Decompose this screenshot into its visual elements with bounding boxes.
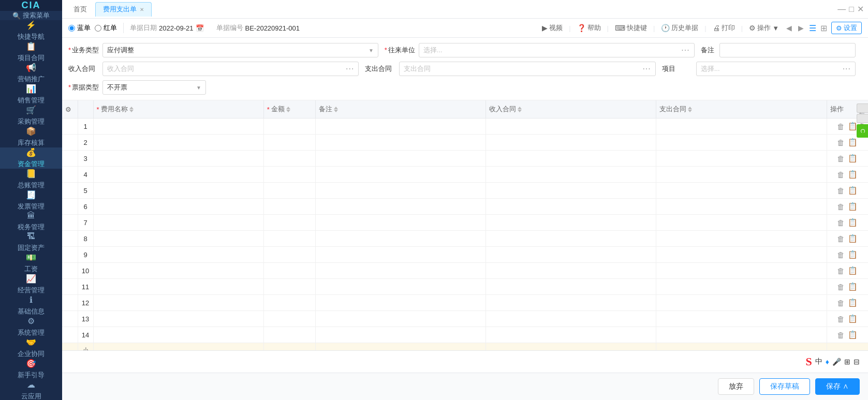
radio-blue-label[interactable]: 蓝单 xyxy=(68,23,91,33)
delete-icon[interactable]: 🗑 xyxy=(837,218,845,227)
more-button[interactable]: ⚙ 操作 ▼ xyxy=(747,22,781,34)
radio-red[interactable] xyxy=(95,25,101,32)
grid-icon-1[interactable]: ⊞ xyxy=(844,358,850,366)
amount-cell[interactable] xyxy=(263,151,315,167)
expense-name-cell[interactable] xyxy=(93,135,263,151)
save-draft-button[interactable]: 保存草稿 xyxy=(759,378,810,395)
table-row[interactable]: 13 🗑 📋 xyxy=(62,311,868,327)
expense-name-cell[interactable] xyxy=(93,327,263,343)
note-cell[interactable] xyxy=(315,151,486,167)
delete-icon[interactable]: 🗑 xyxy=(837,186,845,195)
sort-income-contract[interactable] xyxy=(518,107,522,112)
income-contract-cell[interactable] xyxy=(486,279,656,295)
sidebar-item-project-contract[interactable]: 📋 项目合同 xyxy=(0,41,62,63)
expense-contract-cell[interactable] xyxy=(656,247,827,263)
float-tab-green[interactable]: C xyxy=(857,124,868,138)
expense-contract-cell[interactable] xyxy=(656,231,827,247)
income-contract-cell[interactable] xyxy=(486,263,656,279)
minimize-button[interactable]: — xyxy=(837,5,846,14)
copy-icon[interactable]: 📋 xyxy=(848,330,858,339)
abandon-button[interactable]: 放弃 xyxy=(718,378,754,395)
expense-contract-cell[interactable] xyxy=(656,311,827,327)
delete-icon[interactable]: 🗑 xyxy=(837,122,845,131)
sidebar-item-tax[interactable]: 🏛 税务管理 xyxy=(0,211,62,232)
sidebar-item-purchase[interactable]: 🛒 采购管理 xyxy=(0,105,62,126)
expense-name-cell[interactable] xyxy=(93,247,263,263)
video-button[interactable]: ▶ 视频 xyxy=(540,22,565,34)
table-row[interactable]: 5 🗑 📋 xyxy=(62,183,868,199)
table-row[interactable]: 6 🗑 📋 xyxy=(62,199,868,215)
settings-button[interactable]: ⚙ 设置 xyxy=(831,22,862,34)
delete-icon[interactable]: 🗑 xyxy=(837,202,845,211)
table-row[interactable]: 4 🗑 📋 xyxy=(62,167,868,183)
expense-name-cell[interactable] xyxy=(93,279,263,295)
income-contract-cell[interactable] xyxy=(486,247,656,263)
delete-icon[interactable]: 🗑 xyxy=(837,154,845,163)
expense-contract-dots[interactable]: ··· xyxy=(642,64,651,73)
income-contract-cell[interactable] xyxy=(486,295,656,311)
expense-contract-cell[interactable] xyxy=(656,167,827,183)
amount-cell[interactable] xyxy=(263,295,315,311)
amount-cell[interactable] xyxy=(263,118,315,135)
invoice-type-input[interactable]: 不开票 ▼ xyxy=(102,80,206,95)
th-note[interactable]: 备注 xyxy=(315,100,486,118)
tab-home[interactable]: 首页 xyxy=(66,2,94,17)
sidebar-item-new-guide[interactable]: 🎯 新手引导 xyxy=(0,359,62,380)
nav-next[interactable]: ▶ xyxy=(797,23,805,33)
note-input[interactable] xyxy=(719,43,856,57)
sort-expense-name[interactable] xyxy=(129,107,134,112)
view-grid-icon[interactable]: ⊞ xyxy=(820,23,827,33)
chinese-icon[interactable]: 中 xyxy=(815,357,822,366)
sidebar-item-cloud-app[interactable]: ☁ 云应用 xyxy=(0,380,62,400)
th-expense-name[interactable]: * 费用名称 xyxy=(93,100,263,118)
amount-cell[interactable] xyxy=(263,311,315,327)
amount-cell[interactable] xyxy=(263,215,315,231)
income-contract-cell[interactable] xyxy=(486,327,656,343)
expense-contract-cell[interactable] xyxy=(656,183,827,199)
sidebar-item-marketing[interactable]: 📢 营销推广 xyxy=(0,63,62,84)
sidebar-search[interactable]: 🔍 搜索菜单 xyxy=(0,11,62,20)
note-cell[interactable] xyxy=(315,167,486,183)
history-button[interactable]: 🕐 历史单据 xyxy=(659,22,700,34)
copy-icon[interactable]: 📋 xyxy=(848,170,858,179)
note-cell[interactable] xyxy=(315,327,486,343)
expense-name-cell[interactable] xyxy=(93,215,263,231)
th-income-contract[interactable]: 收入合同 xyxy=(486,100,656,118)
note-cell[interactable] xyxy=(315,215,486,231)
float-tab-remark[interactable]: 备 xyxy=(857,114,868,123)
note-cell[interactable] xyxy=(315,135,486,151)
copy-icon[interactable]: 📋 xyxy=(848,154,858,163)
nav-prev[interactable]: ◀ xyxy=(785,23,793,33)
help-button[interactable]: ❓ 帮助 xyxy=(575,22,603,34)
copy-icon[interactable]: 📋 xyxy=(848,186,858,195)
project-input[interactable]: 选择... ··· xyxy=(696,62,856,76)
view-list-icon[interactable]: ☰ xyxy=(809,23,816,33)
expense-name-cell[interactable] xyxy=(93,311,263,327)
income-contract-cell[interactable] xyxy=(486,199,656,215)
th-amount[interactable]: * 金额 xyxy=(263,100,315,118)
delete-icon[interactable]: 🗑 xyxy=(837,234,845,243)
sidebar-item-enterprise[interactable]: 🤝 企业协同 xyxy=(0,337,62,359)
sidebar-item-basic-info[interactable]: ℹ 基础信息 xyxy=(0,295,62,316)
delete-icon[interactable]: 🗑 xyxy=(837,138,845,147)
amount-cell[interactable] xyxy=(263,327,315,343)
expense-contract-cell[interactable] xyxy=(656,151,827,167)
table-row[interactable]: 10 🗑 📋 xyxy=(62,263,868,279)
diamond-icon[interactable]: ♦ xyxy=(826,358,829,366)
table-row[interactable]: 7 🗑 📋 xyxy=(62,215,868,231)
sidebar-item-inventory[interactable]: 📦 库存核算 xyxy=(0,126,62,147)
amount-cell[interactable] xyxy=(263,183,315,199)
amount-cell[interactable] xyxy=(263,167,315,183)
table-row[interactable]: 11 🗑 📋 xyxy=(62,279,868,295)
sidebar-item-fixed-assets[interactable]: 🏗 固定资产 xyxy=(0,232,62,253)
expense-contract-cell[interactable] xyxy=(656,295,827,311)
copy-icon[interactable]: 📋 xyxy=(848,282,858,291)
sidebar-item-quick-nav[interactable]: ⚡ 快捷导航 xyxy=(0,20,62,41)
amount-cell[interactable] xyxy=(263,199,315,215)
expense-contract-cell[interactable] xyxy=(656,215,827,231)
sidebar-item-system[interactable]: ⚙ 系统管理 xyxy=(0,316,62,337)
income-contract-cell[interactable] xyxy=(486,183,656,199)
income-contract-cell[interactable] xyxy=(486,215,656,231)
business-type-input[interactable]: 应付调整 ▼ xyxy=(102,43,378,57)
sidebar-item-payroll[interactable]: 💵 工资 xyxy=(0,253,62,274)
